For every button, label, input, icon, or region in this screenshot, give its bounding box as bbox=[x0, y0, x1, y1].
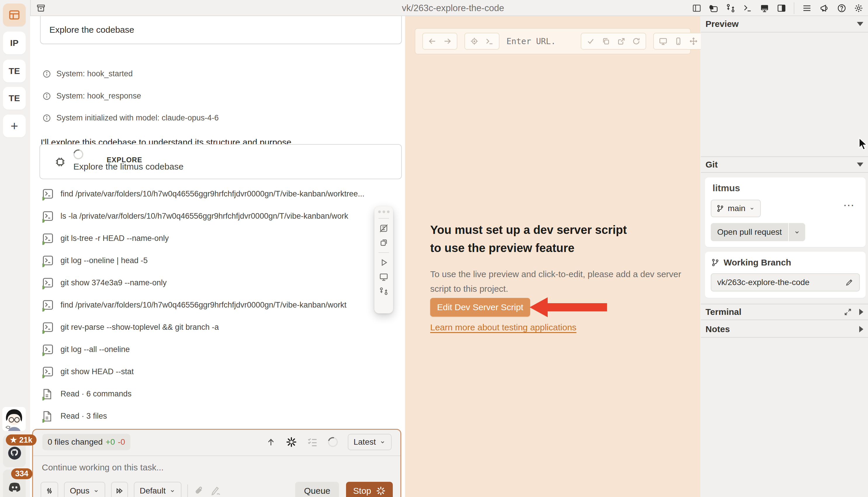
user-avatar[interactable] bbox=[2, 407, 26, 431]
attach-file-icon[interactable] bbox=[194, 485, 204, 497]
working-branch-field[interactable]: vk/263c-explore-the-code bbox=[711, 273, 860, 292]
fast-forward-button[interactable] bbox=[111, 482, 128, 497]
rail-item-te-1[interactable]: TE bbox=[3, 60, 26, 83]
panel-right-filled-icon[interactable] bbox=[777, 3, 786, 13]
command-row[interactable]: Read · 6 commands bbox=[42, 383, 394, 405]
mobile-icon[interactable] bbox=[672, 34, 685, 48]
play-icon[interactable] bbox=[379, 258, 388, 267]
chat-bubble-icon[interactable] bbox=[709, 3, 718, 13]
latest-dropdown[interactable]: Latest bbox=[348, 434, 392, 450]
conversation-panel: Explore the codebase System: hook_starte… bbox=[30, 16, 405, 497]
terminal-command-icon bbox=[42, 322, 54, 332]
task-title-card[interactable]: Explore the codebase bbox=[40, 16, 402, 44]
terminal-icon[interactable] bbox=[483, 34, 496, 48]
command-row[interactable]: git log --oneline | head -5 bbox=[42, 250, 394, 272]
add-workspace-button[interactable]: + bbox=[3, 115, 26, 138]
command-row[interactable]: git show 374e3a9 --name-only bbox=[42, 272, 394, 294]
info-icon bbox=[42, 114, 51, 123]
copy-icon[interactable] bbox=[379, 238, 388, 247]
command-row[interactable]: git rev-parse --show-toplevel && git bra… bbox=[42, 316, 394, 338]
help-icon[interactable] bbox=[837, 3, 847, 13]
edit-pencil-icon[interactable] bbox=[845, 278, 853, 286]
repo-name: litmus bbox=[712, 183, 740, 194]
terminal-command-icon bbox=[42, 278, 54, 288]
terminal-command-icon bbox=[42, 300, 54, 310]
command-row[interactable]: find /private/var/folders/10/h7w0q46556g… bbox=[42, 183, 394, 205]
expand-right-icon[interactable] bbox=[859, 309, 863, 315]
terminal-section-header[interactable]: Terminal bbox=[701, 304, 868, 320]
checklist-icon[interactable] bbox=[307, 437, 318, 448]
command-row[interactable]: git show HEAD --stat bbox=[42, 360, 394, 383]
git-section-header[interactable]: Git bbox=[701, 156, 868, 173]
discord-link[interactable]: 334 bbox=[3, 469, 26, 497]
scroll-to-top-icon[interactable] bbox=[266, 437, 276, 448]
floating-toolbar bbox=[374, 207, 393, 313]
section-title: Notes bbox=[706, 324, 730, 334]
menu-icon[interactable] bbox=[802, 3, 812, 13]
branch-selector[interactable]: main bbox=[711, 200, 761, 217]
command-row[interactable]: git log --all --oneline bbox=[42, 338, 394, 360]
task-title: Explore the codebase bbox=[49, 25, 134, 35]
back-icon[interactable] bbox=[426, 34, 439, 48]
collapse-icon[interactable] bbox=[857, 22, 863, 26]
git-branch-icon bbox=[711, 258, 720, 267]
files-changed-chip[interactable]: 0 files changed +0 -0 bbox=[42, 434, 130, 450]
expand-icon[interactable] bbox=[843, 308, 852, 316]
notes-section-header[interactable]: Notes bbox=[701, 321, 868, 338]
command-row[interactable]: find /private/var/folders/10/h7w0q46556g… bbox=[42, 294, 394, 316]
megaphone-icon[interactable] bbox=[820, 3, 829, 13]
burst-icon[interactable] bbox=[286, 437, 297, 448]
chevron-down-icon bbox=[93, 488, 99, 494]
git-compare-icon[interactable] bbox=[726, 3, 735, 13]
monitor-icon[interactable] bbox=[379, 272, 388, 282]
rail-item-te-2[interactable]: TE bbox=[3, 87, 26, 110]
preview-section-header[interactable]: Preview bbox=[701, 16, 868, 32]
external-link-icon[interactable] bbox=[614, 34, 627, 48]
info-icon bbox=[42, 92, 51, 101]
learn-more-link[interactable]: Learn more about testing applications bbox=[430, 323, 576, 332]
open-pr-dropdown[interactable] bbox=[789, 223, 805, 241]
drag-handle-icon[interactable] bbox=[378, 211, 390, 213]
composer-settings-button[interactable] bbox=[41, 482, 58, 497]
command-row[interactable]: ls -la /private/var/folders/10/h7w0q4655… bbox=[42, 205, 394, 227]
command-row[interactable]: git ls-tree -r HEAD --name-only bbox=[42, 227, 394, 250]
copy-icon[interactable] bbox=[599, 34, 612, 48]
terminal-icon[interactable] bbox=[743, 3, 752, 13]
loading-spinner-icon bbox=[326, 435, 339, 449]
device-group bbox=[653, 33, 704, 50]
signature-pen-icon[interactable] bbox=[210, 485, 222, 497]
forward-icon[interactable] bbox=[441, 34, 454, 48]
actions-group bbox=[581, 33, 646, 50]
settings-gear-icon[interactable] bbox=[854, 3, 863, 13]
stop-button[interactable]: Stop bbox=[346, 482, 393, 497]
refresh-icon[interactable] bbox=[630, 34, 643, 48]
chevron-down-icon bbox=[379, 439, 386, 445]
desktop-icon[interactable] bbox=[657, 34, 669, 48]
model-dropdown[interactable]: Opus bbox=[64, 482, 105, 497]
check-icon[interactable] bbox=[584, 34, 597, 48]
message-input[interactable]: Continue working on this task... bbox=[42, 463, 164, 472]
profile-dropdown[interactable]: Default bbox=[134, 482, 182, 497]
panel-left-icon[interactable] bbox=[692, 3, 701, 13]
topbar-separator bbox=[794, 2, 794, 14]
open-pr-button[interactable]: Open pull request bbox=[711, 223, 788, 241]
rail-item-active-board[interactable] bbox=[3, 3, 26, 26]
monitor-filled-icon[interactable] bbox=[760, 3, 769, 13]
zed-logo-icon[interactable] bbox=[379, 224, 388, 233]
rail-item-ip[interactable]: IP bbox=[3, 31, 26, 54]
crosshair-icon[interactable] bbox=[468, 34, 481, 48]
url-input[interactable] bbox=[506, 37, 574, 46]
github-link[interactable]: ★ 21k bbox=[3, 435, 26, 467]
command-row[interactable]: Read · 3 files bbox=[42, 405, 394, 427]
github-stars-badge: ★ 21k bbox=[6, 435, 37, 445]
git-compare-icon[interactable] bbox=[379, 286, 388, 296]
collapse-icon[interactable] bbox=[857, 162, 863, 167]
queue-button[interactable]: Queue bbox=[295, 482, 339, 497]
repo-menu-button[interactable]: … bbox=[843, 196, 855, 209]
tool-call-card[interactable]: EXPLORE Explore the litmus codebase bbox=[40, 144, 402, 179]
tool-spinner-icon bbox=[72, 148, 85, 161]
expand-right-icon[interactable] bbox=[859, 326, 863, 332]
edit-dev-server-script-button[interactable]: Edit Dev Server Script bbox=[430, 298, 530, 317]
rail-item-label: TE bbox=[9, 66, 20, 76]
move-icon[interactable] bbox=[687, 34, 700, 48]
